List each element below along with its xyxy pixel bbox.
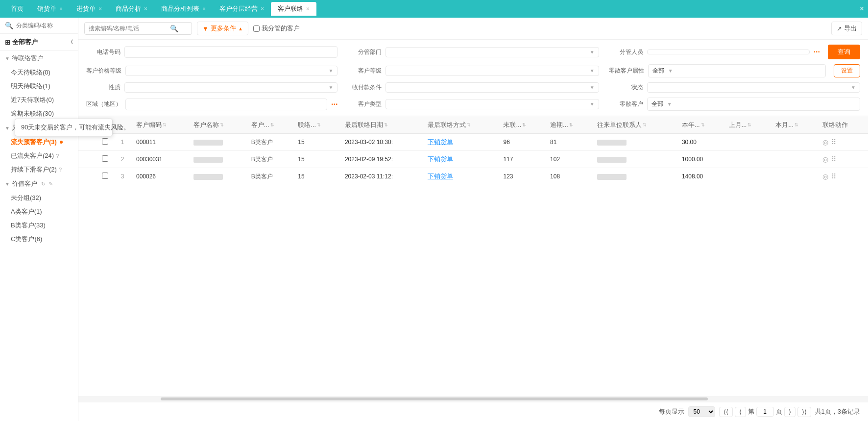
customers-table: ⚙ 客户编码⇅ 客户名称⇅ 客户...⇅ [78,116,868,185]
filter-region-more-btn[interactable]: ··· [331,100,338,109]
row-more-icon[interactable]: ⠿ [831,138,836,146]
col-code[interactable]: 客户编码⇅ [131,116,189,134]
col-name[interactable]: 客户名称⇅ [189,116,246,134]
row-overdue: 108 [545,168,592,185]
filter-status-label: 状态 [609,83,643,92]
refresh-icon[interactable]: ↻ [41,181,46,187]
sidebar-group-value: ▼ 价值客户 ↻ ✎ 未分组(32) A类客户(1) B类客户(33) C类客户… [0,176,78,246]
filter-cust-type-select[interactable]: ▼ [386,99,599,109]
filter-cust-level-select[interactable]: ▼ [386,66,599,76]
arrow-down-icon-risk: ▼ [5,125,10,131]
filter-nature-select[interactable]: ▼ [124,82,338,93]
per-page-select[interactable]: 50 100 200 [688,406,715,417]
filter-phone-input[interactable] [124,46,338,58]
my-customers-checkbox-wrap[interactable]: 我分管的客户 [253,24,300,33]
sidebar-item-tomorrow[interactable]: 明天待联络(1) [0,79,78,93]
edit-icon[interactable]: ✎ [48,181,53,187]
col-last-month[interactable]: 上月...⇅ [724,116,771,134]
sidebar-group-header-pending[interactable]: ▼ 待联络客户 [0,51,78,66]
filter-retail-chevron: ▼ [667,101,672,107]
row-contact-icon[interactable]: ◎ [822,155,828,163]
page-input[interactable] [756,407,774,417]
tab-sales-close[interactable]: × [59,5,63,12]
filter-price-tier-select[interactable]: ▼ [125,66,338,76]
tab-customer-tier[interactable]: 客户分层经营 × [213,2,271,16]
sidebar-item-already-lost[interactable]: 已流失客户(24) ? [0,149,78,163]
query-btn[interactable]: 查询 [828,45,860,59]
export-btn[interactable]: ↗ 导出 [831,22,862,35]
more-filter-btn[interactable]: ▼ 更多条件 ▲ [197,22,248,35]
sort-contacts-icon: ⇅ [317,123,321,127]
row-checkbox[interactable] [102,155,108,162]
tab-customer-tier-close[interactable]: × [261,5,264,12]
row-last-contact-way[interactable]: 下销货单 [423,168,499,185]
sidebar-item-7days[interactable]: 近7天待联络(0) [0,93,78,107]
filter-manager-select[interactable] [647,50,810,54]
tab-product-analysis[interactable]: 商品分析 × [109,2,154,16]
row-last-contact-way[interactable]: 下销货单 [423,151,499,168]
main-search-input[interactable] [89,25,167,32]
filter-retail-select[interactable]: 全部 ▼ [647,98,860,111]
row-last-month [724,151,771,168]
col-this-year[interactable]: 本年...⇅ [677,116,724,134]
row-no-contact: 117 [498,151,545,168]
filter-status-select[interactable]: ▼ [647,82,860,93]
row-last-contact-way[interactable]: 下销货单 [423,134,499,151]
row-more-icon[interactable]: ⠿ [831,173,836,180]
tab-product-analysis-list[interactable]: 商品分析列表 × [154,2,213,16]
page-first-btn[interactable]: ⟨⟨ [719,407,733,417]
main-search-btn[interactable]: 🔍 [170,25,178,32]
tab-product-analysis-close[interactable]: × [144,5,147,12]
page-last-btn[interactable]: ⟩⟩ [797,407,811,417]
row-checkbox[interactable] [102,138,108,145]
row-contact-icon[interactable]: ◎ [822,138,828,146]
row-more-icon[interactable]: ⠿ [831,155,836,163]
sidebar-group-header-value[interactable]: ▼ 价值客户 ↻ ✎ [0,176,78,191]
sidebar-all-customers[interactable]: ⊞ 全部客户 《 [0,34,78,51]
horizontal-scrollbar[interactable] [78,396,868,402]
settings-btn[interactable]: 设置 [834,64,860,77]
sidebar-item-lost-pre[interactable]: 流失预警客户(3) [0,135,78,149]
col-action: 联络动作 [818,116,868,134]
filter-retail-value: 全部 [651,100,663,108]
filter-status: 状态 ▼ [609,82,860,93]
col-overdue[interactable]: 逾期...⇅ [545,116,592,134]
tab-purchase-close[interactable]: × [98,5,102,12]
page-prev-btn[interactable]: ⟨ [735,407,746,417]
sidebar-item-class-c[interactable]: C类客户(6) [0,232,78,246]
row-checkbox[interactable] [102,173,108,179]
sidebar-item-today[interactable]: 今天待联络(0) [0,66,78,79]
tab-purchase[interactable]: 进货单 × [70,2,109,16]
col-contacts[interactable]: 联络...⇅ [293,116,340,134]
tab-sales[interactable]: 销货单 × [30,2,70,16]
sidebar-item-unsorted[interactable]: 未分组(32) [0,191,78,205]
filter-dept-chevron: ▼ [590,50,595,55]
tab-customer-contact-close[interactable]: × [306,5,310,12]
col-last-contact-way[interactable]: 最后联络方式⇅ [423,116,499,134]
tab-customer-contact[interactable]: 客户联络 × [271,2,316,16]
window-close-btn[interactable]: × [860,4,864,13]
page-next-btn[interactable]: ⟩ [784,407,796,417]
row-check-cell[interactable] [96,168,114,185]
sidebar-search-input[interactable] [16,22,78,29]
filter-retail-attr-select[interactable]: 全部 ▼ [648,64,826,77]
sidebar-item-class-b[interactable]: B类客户(33) [0,219,78,232]
sidebar-item-follow-down[interactable]: 持续下滑客户(2) ? [0,163,78,176]
sidebar-item-class-a[interactable]: A类客户(1) [0,205,78,219]
col-no-contact[interactable]: 未联...⇅ [498,116,545,134]
tab-home[interactable]: 首页 [4,2,30,16]
filter-dept-select[interactable]: ▼ [386,47,599,57]
row-contact-icon[interactable]: ◎ [822,173,828,180]
col-last-contact-date[interactable]: 最后联络日期⇅ [340,116,423,134]
row-check-cell[interactable] [96,151,114,168]
my-customers-checkbox[interactable] [253,25,260,32]
filter-region-input[interactable] [125,99,327,110]
row-type: B类客户 [246,134,293,151]
col-unit-contacts[interactable]: 往来单位联系人⇅ [592,116,677,134]
filter-payment-select[interactable]: ▼ [386,82,599,93]
tab-product-analysis-list-close[interactable]: × [202,5,206,12]
sidebar-search-icon: 🔍 [5,22,13,29]
col-type[interactable]: 客户...⇅ [246,116,293,134]
filter-manager-more-btn[interactable]: ··· [814,48,820,56]
col-this-month[interactable]: 本月...⇅ [771,116,818,134]
